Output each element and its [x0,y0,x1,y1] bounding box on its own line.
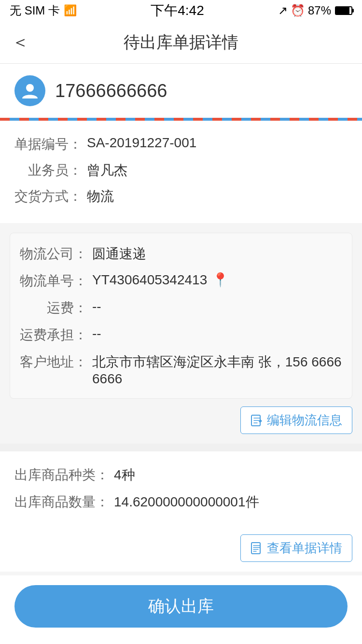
logistics-label-number: 物流单号： [20,272,87,290]
status-time: 下午4:42 [151,1,204,20]
document-icon [251,542,263,555]
page-title: 待出库单据详情 [124,31,238,54]
edit-logistics-label: 编辑物流信息 [267,412,342,429]
logistics-value-freight-bearer: -- [92,326,342,341]
logistics-row-freight: 运费： -- [20,299,342,317]
logistics-value-address: 北京市市辖区海淀区永丰南 张，156 6666 6666 [92,353,342,387]
edit-icon [251,414,263,427]
logistics-row-freight-bearer: 运费承担： -- [20,326,342,344]
edit-logistics-button[interactable]: 编辑物流信息 [240,406,352,434]
logistics-card: 物流公司： 圆通速递 物流单号： YT4306405342413 📍 运费： -… [10,233,352,399]
track-location-icon[interactable]: 📍 [212,272,229,288]
status-bar: 无 SIM 卡 📶 下午4:42 ↗ ⏰ 87% [0,0,362,21]
user-phone: 17666666666 [55,81,167,101]
view-detail-label: 查看单据详情 [267,540,342,557]
battery-icon [335,6,352,15]
logistics-freight-bearer-text: -- [92,326,101,341]
bottom-bar: 确认出库 [0,575,362,644]
logistics-value-number: YT4306405342413 📍 [92,272,342,288]
info-value-salesperson: 曾凡杰 [87,161,348,180]
edit-btn-row: 编辑物流信息 [0,406,362,444]
battery-text: 87% [308,4,331,17]
info-row-document-number: 单据编号： SA-20191227-001 [14,135,348,154]
info-value-document-number: SA-20191227-001 [87,135,348,151]
view-detail-button[interactable]: 查看单据详情 [240,534,352,562]
status-left: 无 SIM 卡 📶 [10,3,77,18]
user-avatar-icon [20,81,40,100]
confirm-outbound-button[interactable]: 确认出库 [14,585,348,628]
confirm-btn-label: 确认出库 [148,595,214,617]
info-label-document-number: 单据编号： [14,135,82,154]
logistics-value-freight: -- [92,299,342,314]
logistics-label-freight-bearer: 运费承担： [20,326,87,344]
info-value-delivery-method: 物流 [87,187,348,206]
svg-point-0 [26,84,34,92]
section-divider [0,444,362,451]
logistics-row-number: 物流单号： YT4306405342413 📍 [20,272,342,290]
logistics-row-address: 客户地址： 北京市市辖区海淀区永丰南 张，156 6666 6666 [20,353,342,387]
nav-bar: ＜ 待出库单据详情 [0,21,362,64]
goods-row-quantity: 出库商品数量： 14.620000000000001件 [14,493,348,511]
logistics-address-text: 北京市市辖区海淀区永丰南 张，156 6666 6666 [92,353,342,387]
back-button[interactable]: ＜ [12,30,29,54]
logistics-label-freight: 运费： [20,299,87,317]
goods-label-quantity: 出库商品数量： [14,493,109,511]
logistics-freight-text: -- [92,299,101,314]
goods-value-quantity: 14.620000000000001件 [114,493,259,511]
logistics-row-company: 物流公司： 圆通速递 [20,245,342,263]
user-section: 17666666666 [0,64,362,118]
info-label-delivery-method: 交货方式： [14,187,82,206]
status-right: ↗ ⏰ 87% [278,4,352,17]
wifi-icon: 📶 [64,4,77,17]
goods-value-types: 4种 [114,466,135,484]
info-section: 单据编号： SA-20191227-001 业务员： 曾凡杰 交货方式： 物流 [0,121,362,223]
goods-row-types: 出库商品种类： 4种 [14,466,348,484]
alarm-icon: ⏰ [291,4,305,17]
logistics-number-text: YT4306405342413 [92,272,207,288]
view-detail-row: 查看单据详情 [0,530,362,572]
avatar [14,75,45,106]
info-row-salesperson: 业务员： 曾凡杰 [14,161,348,180]
location-status-icon: ↗ [278,4,288,17]
logistics-company-text: 圆通速递 [92,245,146,263]
logistics-label-address: 客户地址： [20,353,87,371]
logistics-label-company: 物流公司： [20,245,87,263]
goods-label-types: 出库商品种类： [14,466,109,484]
logistics-value-company: 圆通速递 [92,245,342,263]
battery-fill [336,7,349,14]
svg-rect-2 [251,543,260,554]
goods-section: 出库商品种类： 4种 出库商品数量： 14.620000000000001件 [0,451,362,530]
carrier-text: 无 SIM 卡 [10,3,60,18]
info-label-salesperson: 业务员： [14,161,82,180]
info-row-delivery-method: 交货方式： 物流 [14,187,348,206]
